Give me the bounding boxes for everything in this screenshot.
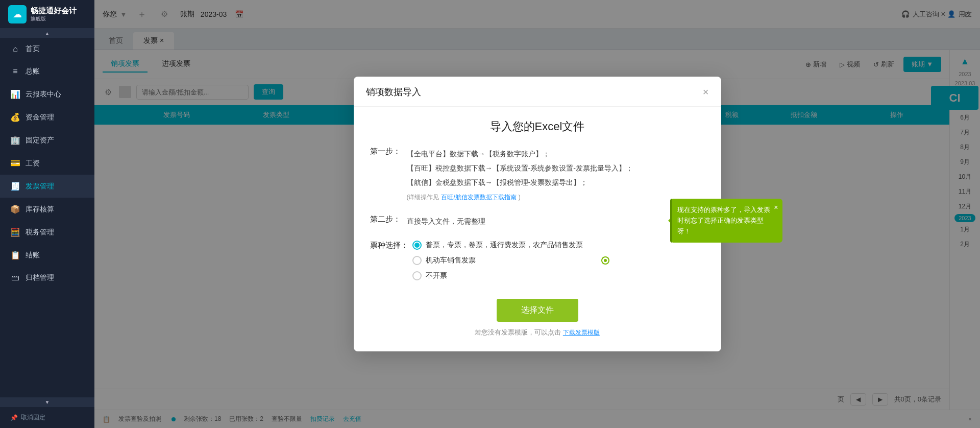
logo-icon: ☁ xyxy=(8,5,27,23)
step1-block: 第一步： 【全电平台】数据下载→【税务数字账户】； 【百旺】税控盘数据下载→【系… xyxy=(370,147,705,204)
tooltip-text: 现在支持的票种多了，导入发票时别忘了选择正确的发票类型呀！ xyxy=(677,206,770,235)
select-file-button[interactable]: 选择文件 xyxy=(497,299,578,322)
import-modal: 销项数据导入 × 导入您的Excel文件 第一步： 【全电平台】数据下载→【税务… xyxy=(354,77,721,351)
modal-overlay[interactable]: 销项数据导入 × 导入您的Excel文件 第一步： 【全电平台】数据下载→【税务… xyxy=(94,0,980,428)
sidebar-item-fund[interactable]: 💰 资金管理 xyxy=(0,106,94,129)
sidebar-item-inventory[interactable]: 📦 库存核算 xyxy=(0,198,94,221)
sidebar-item-ledger[interactable]: ≡ 总账 xyxy=(0,60,94,83)
step1-label: 第一步： xyxy=(370,147,401,156)
sidebar-nav: ⌂ 首页 ≡ 总账 📊 云报表中心 💰 资金管理 🏢 固定资产 💳 工资 xyxy=(0,38,94,397)
report-icon: 📊 xyxy=(10,89,20,99)
step1-note: (详细操作见 百旺/航信发票数据下载指南 ) xyxy=(407,189,633,204)
ticket-type-group: 普票，专票，卷票，通行费发票，农产品销售发票 机动车销售发票 xyxy=(412,241,583,287)
assets-icon: 🏢 xyxy=(10,135,20,145)
sidebar-item-home[interactable]: ⌂ 首页 xyxy=(0,38,94,60)
home-icon: ⌂ xyxy=(10,44,20,54)
radio-label: 票种选择： xyxy=(370,239,408,250)
tooltip-close-btn[interactable]: × xyxy=(774,202,778,213)
app-sub: 旗舰版 xyxy=(31,15,77,22)
step1-line1: 【全电平台】数据下载→【税务数字账户】； xyxy=(407,147,633,161)
fund-icon: 💰 xyxy=(10,112,20,122)
sidebar: ☁ 畅捷通好会计 旗舰版 ▲ ⌂ 首页 ≡ 总账 📊 云报表中心 xyxy=(0,0,94,428)
sidebar-item-invoice[interactable]: 🧾 发票管理 xyxy=(0,175,94,198)
sidebar-item-report[interactable]: 📊 云报表中心 xyxy=(0,83,94,106)
salary-icon: 💳 xyxy=(10,158,20,168)
sidebar-scroll-down[interactable]: ▼ xyxy=(0,397,94,407)
step2-label: 第二步： xyxy=(370,215,401,224)
archive-icon: 🗃 xyxy=(10,273,20,282)
tax-icon: 🧮 xyxy=(10,227,20,237)
radio-1-circle xyxy=(412,241,422,250)
tooltip-bubble: × 现在支持的票种多了，导入发票时别忘了选择正确的发票类型呀！ xyxy=(670,199,782,243)
tooltip-bar xyxy=(670,199,672,243)
sidebar-scroll-up[interactable]: ▲ xyxy=(0,29,94,38)
radio-option-3[interactable]: 不开票 xyxy=(412,271,583,280)
step1-content: 【全电平台】数据下载→【税务数字账户】； 【百旺】税控盘数据下载→【系统设置-系… xyxy=(405,147,633,204)
app-name: 畅捷通好会计 xyxy=(31,6,77,15)
step1-line2: 【百旺】税控盘数据下载→【系统设置-系统参数设置-发票批量导入】； xyxy=(407,161,633,175)
pin-icon: 📌 xyxy=(10,414,18,421)
modal-header: 销项数据导入 × xyxy=(354,77,721,107)
app-logo: ☁ 畅捷通好会计 旗舰版 xyxy=(0,0,94,29)
radio-option-2[interactable]: 机动车销售发票 xyxy=(412,256,583,265)
invoice-icon: 🧾 xyxy=(10,181,20,191)
radio-option-1[interactable]: 普票，专票，卷票，通行费发票，农产品销售发票 xyxy=(412,241,583,250)
inventory-icon: 📦 xyxy=(10,204,20,214)
sidebar-item-assets[interactable]: 🏢 固定资产 xyxy=(0,129,94,152)
download-template-link[interactable]: 下载发票模版 xyxy=(563,329,600,336)
modal-close-button[interactable]: × xyxy=(703,87,709,97)
sidebar-item-closing[interactable]: 📋 结账 xyxy=(0,244,94,267)
step1-guide-link[interactable]: 百旺/航信发票数据下载指南 xyxy=(441,194,516,201)
modal-main-title: 导入您的Excel文件 xyxy=(370,119,705,134)
step1-line3: 【航信】金税盘数据下载→【报税管理-发票数据导出】； xyxy=(407,175,633,189)
radio-3-circle xyxy=(412,271,422,280)
step2-content: 直接导入文件，无需整理 xyxy=(405,214,485,228)
modal-body: 导入您的Excel文件 第一步： 【全电平台】数据下载→【税务数字账户】； 【百… xyxy=(354,107,721,351)
radio-2-circle xyxy=(412,256,422,265)
step2-block: 第二步： 直接导入文件，无需整理 xyxy=(370,214,705,228)
sidebar-item-salary[interactable]: 💳 工资 xyxy=(0,152,94,175)
sidebar-item-tax[interactable]: 🧮 税务管理 xyxy=(0,221,94,244)
modal-footer-note: 若您没有发票模版，可以点击 下载发票模版 xyxy=(370,328,705,337)
sidebar-unpin[interactable]: 📌 取消固定 xyxy=(0,407,94,428)
ledger-icon: ≡ xyxy=(10,67,20,76)
sidebar-item-archive[interactable]: 🗃 归档管理 xyxy=(0,267,94,289)
radio-section: 票种选择： 普票，专票，卷票，通行费发票，农产品销售发票 机动车销售发票 xyxy=(370,239,705,291)
closing-icon: 📋 xyxy=(10,250,20,260)
modal-title: 销项数据导入 xyxy=(366,86,421,98)
main-area: 你您 ▼ ＋ ⚙ 账期 2023-03 📅 🎧 人工咨询 👤 用友 × xyxy=(94,0,980,428)
